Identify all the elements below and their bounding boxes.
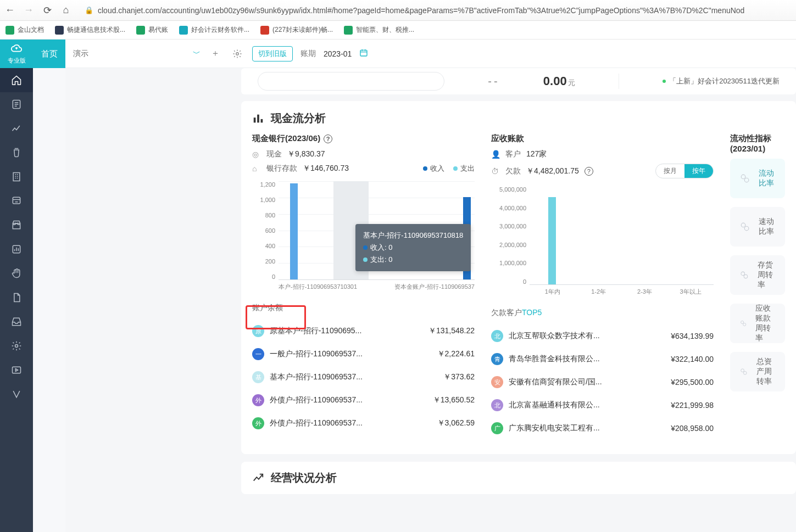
top5-title: 欠款客户TOP5 bbox=[491, 308, 714, 318]
news-ticker[interactable]: 「上新」好会计20230511迭代更新 bbox=[663, 76, 780, 86]
help-icon[interactable]: ? bbox=[585, 167, 593, 176]
rail-chart-icon[interactable] bbox=[0, 116, 33, 141]
help-icon[interactable]: ? bbox=[324, 135, 332, 143]
rail-hand-icon[interactable] bbox=[0, 261, 33, 285]
svg-point-4 bbox=[15, 345, 18, 348]
bookmark-item[interactable]: 金山文档 bbox=[5, 25, 44, 35]
rail-home-icon[interactable] bbox=[0, 68, 33, 92]
rail-building-icon[interactable] bbox=[0, 165, 33, 189]
rail-inbox-icon[interactable] bbox=[0, 310, 33, 334]
svg-rect-7 bbox=[360, 50, 367, 56]
cash-bank-title: 现金银行(2023/06)? bbox=[252, 133, 332, 144]
address-bar[interactable]: 🔒 cloud.chanjet.com/accounting/uw1eb00zy… bbox=[79, 6, 792, 15]
lock-icon: 🔒 bbox=[85, 6, 93, 14]
account-row[interactable]: 基基本户-招行-1109069537... ￥373.62 bbox=[252, 366, 475, 389]
metric-tile[interactable]: 应收账款周转率 bbox=[730, 304, 785, 343]
search-input[interactable] bbox=[258, 72, 444, 91]
bookmark-item[interactable]: 智能票、财、税推... bbox=[344, 25, 414, 35]
receivable-title: 应收账款 bbox=[491, 133, 714, 144]
metric-tile[interactable]: 总资产周转率 bbox=[730, 352, 785, 391]
bank-icon: ⌂ bbox=[252, 164, 261, 173]
balance-title: 账户余额 bbox=[252, 303, 475, 313]
debtor-badge-icon: 广 bbox=[491, 422, 503, 434]
period-toggle[interactable]: 按月按年 bbox=[655, 164, 714, 178]
svg-rect-8 bbox=[254, 117, 256, 122]
metric-icon bbox=[740, 314, 747, 333]
trend-icon bbox=[252, 472, 264, 484]
receivable-chart: 5,000,0004,000,0003,000,0002,000,0001,00… bbox=[491, 186, 714, 296]
metric-tile[interactable]: 存货周转率 bbox=[730, 255, 785, 295]
svg-point-18 bbox=[743, 323, 746, 326]
debtor-row[interactable]: 北北京互帮联众数字技术有... ¥634,139.99 bbox=[491, 324, 714, 348]
rail-ledger-icon[interactable] bbox=[0, 92, 33, 116]
metric-icon bbox=[740, 362, 748, 381]
chevron-down-icon: ﹀ bbox=[193, 49, 201, 59]
account-row[interactable]: 外外债户-招行-1109069537... ￥3,062.59 bbox=[252, 412, 475, 435]
bookmark-item[interactable]: (227封未读邮件)畅... bbox=[260, 25, 333, 35]
receivable-panel: 应收账款 👤客户127家 ⏱欠款￥4,482,001.75? 按月按年 5,00… bbox=[491, 133, 714, 440]
secondary-nav: 首页 bbox=[33, 40, 65, 532]
bars-icon bbox=[252, 113, 264, 125]
chart-tooltip: 基本户-招行-110906953710818 收入: 0 支出: 0 bbox=[355, 224, 471, 271]
metric-tile[interactable]: 速动比率 bbox=[730, 207, 785, 247]
debtor-row[interactable]: 北北京富基融通科技有限公... ¥221,999.98 bbox=[491, 394, 714, 417]
account-row[interactable]: 外外债户-招行-1109069537... ￥13,650.52 bbox=[252, 389, 475, 412]
browser-toolbar: ← → ⟳ ⌂ 🔒 cloud.chanjet.com/accounting/u… bbox=[0, 0, 796, 21]
user-icon: 👤 bbox=[491, 150, 500, 159]
switch-old-button[interactable]: 切到旧版 bbox=[252, 46, 293, 61]
rail-settings-icon[interactable] bbox=[0, 334, 33, 358]
stat-amount: 0.00 bbox=[543, 74, 567, 88]
calendar-icon[interactable] bbox=[359, 48, 368, 59]
account-row[interactable]: 一一般户-招行-1109069537... ￥2,224.61 bbox=[252, 343, 475, 366]
cash-chart: 1,2001,0008006004002000 基本户-招行-110906953… bbox=[252, 181, 475, 291]
clock-icon: ⏱ bbox=[491, 167, 500, 176]
svg-point-17 bbox=[741, 321, 744, 323]
svg-point-14 bbox=[744, 226, 749, 231]
add-icon[interactable]: ＋ bbox=[208, 47, 222, 61]
liquidity-panel: 流动性指标(2023/01) 流动比率 速动比率 存货周转率 应收账款周转率 总… bbox=[730, 133, 785, 440]
rail-jar-icon[interactable] bbox=[0, 141, 33, 165]
app-logo[interactable]: 专业版 bbox=[0, 40, 33, 68]
bookmark-item[interactable]: 易代账 bbox=[136, 25, 168, 35]
cash-bank-panel: 现金银行(2023/06)? ◎现金￥9,830.37 ⌂银行存款￥146,76… bbox=[252, 133, 475, 440]
debtor-row[interactable]: 安安徽有信商贸有限公司/国... ¥295,500.00 bbox=[491, 371, 714, 394]
svg-point-15 bbox=[741, 272, 745, 276]
nav-forward-icon[interactable]: → bbox=[23, 5, 34, 16]
svg-point-20 bbox=[743, 371, 747, 374]
nav-back-icon[interactable]: ← bbox=[4, 5, 15, 16]
debtor-row[interactable]: 广广东腾安机电安装工程有... ¥208,958.00 bbox=[491, 417, 714, 440]
chart-bar[interactable] bbox=[548, 197, 556, 284]
rail-doc-icon[interactable] bbox=[0, 285, 33, 310]
rail-report-icon[interactable] bbox=[0, 237, 33, 261]
chart-bar[interactable] bbox=[290, 183, 298, 279]
rail-video-icon[interactable] bbox=[0, 358, 33, 382]
metric-icon bbox=[740, 169, 750, 188]
bookmark-item[interactable]: 好会计云财务软件... bbox=[179, 25, 249, 35]
chart-legend: 收入 支出 bbox=[423, 164, 475, 173]
svg-rect-5 bbox=[13, 367, 21, 373]
gear-icon[interactable] bbox=[230, 47, 244, 61]
period-value: 2023-01 bbox=[324, 49, 352, 58]
nav-reload-icon[interactable]: ⟳ bbox=[42, 5, 53, 16]
account-badge-icon: 外 bbox=[252, 417, 264, 429]
operations-card: 经营状况分析 bbox=[241, 462, 796, 494]
account-badge-icon: 原 bbox=[252, 325, 264, 337]
tab-home[interactable]: 首页 bbox=[33, 40, 65, 68]
nav-home-icon[interactable]: ⌂ bbox=[60, 5, 71, 16]
debtor-row[interactable]: 青青岛华胜普金科技有限公... ¥322,140.00 bbox=[491, 348, 714, 371]
account-row[interactable]: 原原基本户-招行-11090695... ￥131,548.22 bbox=[252, 320, 475, 343]
rail-shop-icon[interactable] bbox=[0, 213, 33, 237]
org-selector[interactable]: 演示 ﹀ bbox=[73, 49, 201, 59]
period-label: 账期 bbox=[300, 49, 316, 59]
rail-v-icon[interactable] bbox=[0, 382, 33, 406]
rail-invoice-icon[interactable] bbox=[0, 189, 33, 213]
metric-tile[interactable]: 流动比率 bbox=[730, 159, 785, 198]
debtor-badge-icon: 安 bbox=[491, 376, 503, 388]
svg-rect-10 bbox=[261, 119, 263, 122]
cashflow-card: 现金流分析 现金银行(2023/06)? ◎现金￥9,830.37 ⌂银行存款￥… bbox=[241, 101, 796, 454]
debtor-badge-icon: 青 bbox=[491, 353, 503, 365]
bookmark-item[interactable]: 畅捷通信息技术股... bbox=[55, 25, 125, 35]
account-badge-icon: 一 bbox=[252, 348, 264, 360]
status-dot-icon bbox=[663, 80, 666, 83]
svg-rect-9 bbox=[257, 114, 259, 122]
